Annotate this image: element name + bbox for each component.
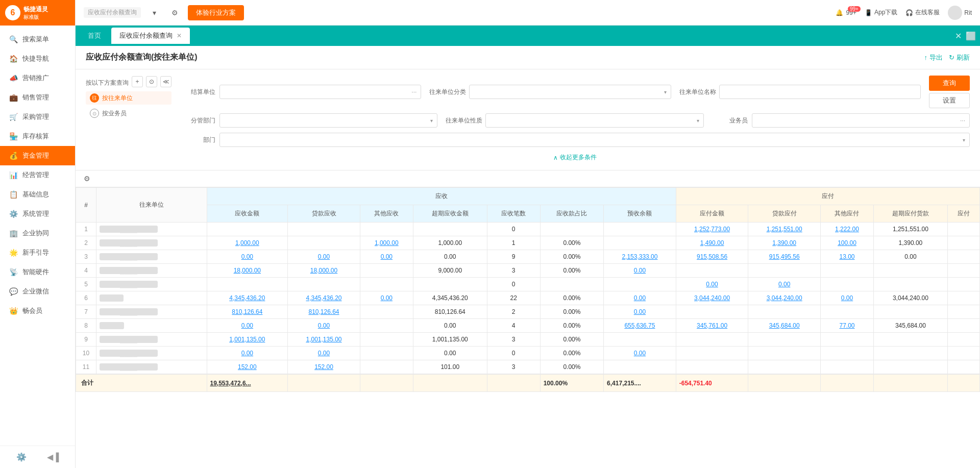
table-cell[interactable]: 915,495.56 [748, 250, 821, 264]
table-cell[interactable]: 1,000.00 [360, 236, 413, 250]
table-cell[interactable]: 3,044,240.00 [748, 291, 821, 305]
table-cell[interactable]: 152.00 [288, 360, 360, 375]
table-cell[interactable]: 0.00 [748, 278, 821, 291]
table-cell[interactable]: 4,345,436.20 [288, 291, 360, 305]
table-cell[interactable]: 345,684.00 [748, 319, 821, 333]
tab-receivable-query[interactable]: 应收应付余额查询 ✕ [111, 28, 190, 44]
filter-by-salesman[interactable]: ⊙ 按业务员 [86, 107, 172, 120]
close-tab-icon[interactable]: ✕ [955, 31, 962, 41]
settings-filter-btn[interactable]: ⊙ [146, 76, 157, 87]
table-cell: 0 [487, 223, 540, 236]
table-row: 7████810,126.64810,126.64810,126.6420.00… [76, 305, 980, 319]
settlement-input[interactable]: ··· [219, 85, 421, 99]
promo-button[interactable]: 体验行业方案 [188, 5, 244, 20]
table-cell[interactable]: 0.00 [288, 319, 360, 333]
department-select[interactable]: ▾ [219, 133, 970, 147]
filter-by-partner[interactable]: 往 按往来单位 [86, 91, 172, 105]
table-cell [873, 333, 947, 347]
collapse-filter-btn[interactable]: ≪ [160, 76, 172, 87]
settings-icon[interactable]: ⚙ [167, 6, 182, 20]
sidebar-item-basic[interactable]: 📋 基础信息 [0, 185, 75, 204]
table-cell[interactable]: 0.00 [360, 250, 413, 264]
table-cell[interactable]: 810,126.64 [288, 305, 360, 319]
sidebar-item-enterprise[interactable]: 🏢 企业协同 [0, 224, 75, 243]
table-cell[interactable]: 1,001,135.00 [288, 333, 360, 347]
sidebar-item-search[interactable]: 🔍 搜索菜单 [0, 30, 75, 49]
table-cell [360, 360, 413, 375]
table-cell[interactable]: 655,636.75 [604, 319, 676, 333]
table-cell[interactable]: 100.00 [820, 236, 873, 250]
app-download-btn[interactable]: 📱 App下载 [865, 8, 897, 17]
tab-close-icon[interactable]: ✕ [177, 32, 182, 39]
table-cell[interactable]: 0.00 [604, 305, 676, 319]
table-cell[interactable]: 77.00 [820, 319, 873, 333]
sidebar-item-purchase[interactable]: 🛒 采购管理 [0, 107, 75, 127]
partner-nature-select[interactable]: ▾ [485, 113, 703, 128]
add-filter-btn[interactable]: + [132, 76, 143, 87]
table-cell[interactable]: 1,252,773.00 [676, 223, 748, 236]
sidebar-item-vip[interactable]: 👑 畅会员 [0, 301, 75, 321]
table-cell[interactable]: 0.00 [288, 347, 360, 360]
collapse-sidebar-icon[interactable]: ◀▐ [47, 452, 59, 462]
breadcrumb-dropdown-icon[interactable]: ▾ [147, 6, 161, 20]
table-cell[interactable]: 0.00 [820, 291, 873, 305]
sidebar-item-quicknav[interactable]: 🏠 快捷导航 [0, 49, 75, 68]
table-cell[interactable]: 18,000.00 [207, 264, 288, 278]
tab-home[interactable]: 首页 [80, 28, 109, 44]
online-service-btn[interactable]: 🎧 在线客服 [905, 8, 940, 17]
sidebar-item-sales[interactable]: 💼 销售管理 [0, 88, 75, 107]
sidebar-item-wechat[interactable]: 💬 企业微信 [0, 282, 75, 301]
table-cell[interactable]: 1,490.00 [676, 236, 748, 250]
table-cell[interactable]: 0.00 [207, 250, 288, 264]
logo-name: 畅捷通灵 [23, 5, 48, 14]
table-cell[interactable]: 3,044,240.00 [676, 291, 748, 305]
partner-name-input[interactable] [719, 85, 921, 99]
table-cell[interactable]: 0.00 [360, 291, 413, 305]
table-cell[interactable]: 1,251,551.00 [748, 223, 821, 236]
table-cell[interactable]: 2,153,333.00 [604, 250, 676, 264]
page-title: 应收应付余额查询(按往来单位) [86, 52, 198, 63]
table-cell[interactable]: 152.00 [207, 360, 288, 375]
table-cell[interactable]: 4,345,436.20 [207, 291, 288, 305]
table-cell[interactable]: 0.00 [207, 347, 288, 360]
table-cell[interactable]: 18,000.00 [288, 264, 360, 278]
sidebar-item-inventory[interactable]: 🏪 库存核算 [0, 127, 75, 146]
salesman-input[interactable]: ··· [752, 113, 970, 128]
sidebar-item-hardware[interactable]: 📡 智能硬件 [0, 262, 75, 282]
table-cell[interactable]: 915,508.56 [676, 250, 748, 264]
query-button[interactable]: 查询 [929, 76, 970, 91]
table-cell[interactable]: 1,000.00 [207, 236, 288, 250]
export-button[interactable]: ↑ 导出 [924, 53, 943, 62]
collapse-conditions-btn[interactable]: ∧ 收起更多条件 [180, 151, 970, 164]
sidebar-item-finance[interactable]: 💰 资金管理 [0, 146, 75, 165]
table-cell [413, 223, 487, 236]
notifications-btn[interactable]: 🔔 99+ 99+ [836, 9, 856, 16]
sidebar-item-guide[interactable]: 🌟 新手引导 [0, 243, 75, 262]
table-cell[interactable]: 0.00 [288, 250, 360, 264]
table-cell [288, 278, 360, 291]
sidebar-item-system[interactable]: ⚙️ 系统管理 [0, 204, 75, 224]
settings-button[interactable]: 设置 [929, 93, 970, 108]
table-cell[interactable]: 0.00 [676, 278, 748, 291]
sidebar-item-label: 搜索菜单 [22, 35, 49, 44]
table-cell[interactable]: 0.00 [604, 291, 676, 305]
table-cell[interactable]: 0.00 [604, 347, 676, 360]
table-cell[interactable]: 1,390.00 [748, 236, 821, 250]
table-cell[interactable]: 0.00 [207, 319, 288, 333]
user-menu[interactable]: Rit [948, 6, 972, 20]
sidebar-item-marketing[interactable]: 📣 营销推广 [0, 68, 75, 88]
table-cell[interactable]: 345,761.00 [676, 319, 748, 333]
refresh-button[interactable]: ↻ 刷新 [949, 53, 970, 62]
table-cell[interactable]: 810,126.64 [207, 305, 288, 319]
table-cell[interactable]: 1,001,135.00 [207, 333, 288, 347]
dept-select[interactable]: ▾ [219, 113, 437, 128]
sidebar-item-ops[interactable]: 📊 经营管理 [0, 165, 75, 185]
table-cell[interactable]: 1,222.00 [820, 223, 873, 236]
table-config-icon[interactable]: ⚙ [84, 175, 90, 183]
sidebar: 6 畅捷通灵 标准版 🔍 搜索菜单 🏠 快捷导航 📣 营销推广 💼 销售管理 🛒… [0, 0, 76, 468]
expand-tab-icon[interactable]: ⬜ [966, 31, 976, 41]
table-cell[interactable]: 13.00 [820, 250, 873, 264]
table-cell[interactable]: 0.00 [604, 264, 676, 278]
settings-footer-icon[interactable]: ⚙️ [16, 452, 27, 462]
partner-type-select[interactable]: ▾ [469, 85, 671, 99]
